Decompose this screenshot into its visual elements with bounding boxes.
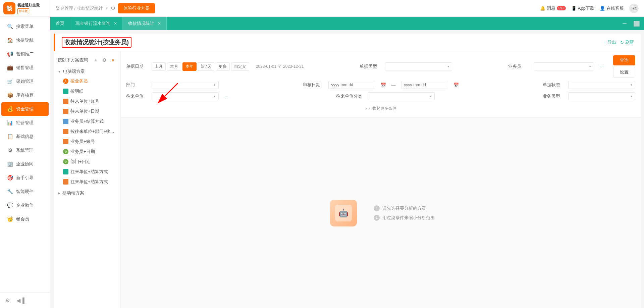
scheme-partner-date[interactable]: 往来单位+日期 xyxy=(54,106,120,116)
scheme-salesman-account[interactable]: 业务员+账号 xyxy=(54,137,120,147)
doc-status-select[interactable] xyxy=(568,81,635,89)
search-icon: 🔍 xyxy=(7,23,13,30)
trial-button[interactable]: 体验行业方案 xyxy=(118,3,155,13)
partner-label: 往来单位 xyxy=(126,93,146,99)
date-prev-month[interactable]: 上月 xyxy=(152,62,166,71)
topbar-left: 资金管理 / 收款情况统计 ▾ ⚙ 体验行业方案 xyxy=(56,3,536,13)
partner-category-select[interactable] xyxy=(368,92,435,100)
review-date-from[interactable] xyxy=(328,81,375,89)
sidebar-item-inventory[interactable]: 📦 库存核算 xyxy=(1,89,49,102)
doc-type-select[interactable] xyxy=(385,62,452,70)
logo-text: 畅捷通好生意 标准版 xyxy=(17,3,40,14)
date-this-year[interactable]: 本年 xyxy=(182,62,197,71)
scheme-salesman-settle[interactable]: 业务员+结算方式 xyxy=(54,116,120,126)
download-icon: 📱 xyxy=(571,6,577,11)
main-content: 按以下方案查询 + ⚙ « ▼ 电脑端方案 人 xyxy=(54,51,641,308)
query-button[interactable]: 查询 xyxy=(613,55,635,65)
system-icon: ⚙ xyxy=(7,147,13,154)
sidebar-item-purchase[interactable]: 🛒 采购管理 xyxy=(1,75,49,88)
inventory-icon: 📦 xyxy=(7,92,13,99)
scheme-partner-settle1[interactable]: 往来单位+结算方式 xyxy=(54,167,120,177)
scheme-collapse-btn[interactable]: « xyxy=(110,57,116,63)
sidebar-item-search[interactable]: 🔍 搜索菜单 xyxy=(1,20,49,33)
refresh-btn[interactable]: ↻ 刷新 xyxy=(620,39,634,45)
partner-select[interactable] xyxy=(152,92,219,100)
tab-collect[interactable]: 收款情况统计 ✕ xyxy=(123,17,167,30)
partner-more-btn[interactable]: ··· xyxy=(225,94,228,99)
sidebar-item-sales[interactable]: 💼 销售管理 xyxy=(1,61,49,74)
collapse-btn[interactable]: ∧∧ 收起更多条件 xyxy=(363,104,398,113)
scheme-partner-account[interactable]: 往来单位+账号 xyxy=(54,96,120,106)
tab-maximize-btn[interactable]: ⬜ xyxy=(632,19,641,28)
corp-icon: 🏢 xyxy=(7,161,13,167)
tab-bank-close[interactable]: ✕ xyxy=(114,21,117,26)
doc-type-label: 单据类型 xyxy=(360,63,380,69)
sidebar-item-marketing[interactable]: 📢 营销推广 xyxy=(1,47,49,61)
sidebar-settings-btn[interactable]: ⚙ xyxy=(3,295,13,305)
step1-num: 1 xyxy=(374,205,380,211)
scheme-partner-settle2[interactable]: 往来单位+结算方式 xyxy=(54,177,120,187)
calendar-from-icon[interactable]: 📅 xyxy=(381,83,386,88)
scheme-group-desktop-header[interactable]: ▼ 电脑端方案 xyxy=(54,67,120,76)
review-date-to[interactable] xyxy=(401,81,448,89)
sidebar-item-finance[interactable]: 💰 资金管理 xyxy=(1,102,49,116)
online-service-btn[interactable]: 👤 在线客服 xyxy=(600,5,624,11)
dept-select[interactable] xyxy=(152,81,219,89)
sidebar-item-quicknav[interactable]: 🏠 快捷导航 xyxy=(1,34,49,47)
empty-step-2: 2 用过滤条件来缩小分析范围 xyxy=(374,215,435,221)
partner-category-label: 往来单位分类 xyxy=(336,93,362,99)
scheme-by-detail[interactable]: 按明细 xyxy=(54,86,120,96)
review-date-label: 审核日期 xyxy=(303,82,323,88)
scheme-group-mobile-header[interactable]: ▶ 移动端方案 xyxy=(54,188,120,198)
sidebar-item-hardware[interactable]: 🔧 智能硬件 xyxy=(1,185,49,198)
salesman-more-btn[interactable]: ··· xyxy=(600,64,604,69)
content-wrapper: 收款情况统计(按业务员) ↑ 导出 ↻ 刷新 按以下方案查询 xyxy=(50,30,644,308)
guide-icon: 🎯 xyxy=(7,174,13,181)
date-dash: — xyxy=(391,83,396,88)
business-type-select[interactable] xyxy=(568,92,635,100)
tab-collect-close[interactable]: ✕ xyxy=(158,21,161,26)
date-more[interactable]: 更多 xyxy=(216,62,230,71)
app-download-btn[interactable]: 📱 App下载 xyxy=(571,5,594,11)
dept-select-wrap xyxy=(152,81,219,89)
date-from: 2023-01-01 xyxy=(256,64,276,69)
salesman-select[interactable] xyxy=(534,62,594,70)
sidebar-item-basic[interactable]: 📋 基础信息 xyxy=(1,130,49,143)
filter-area: 单据日期 上月 本月 本年 近7天 更多 自定义 2023-01-01 至 xyxy=(121,51,641,118)
sidebar-bottom: ⚙ ◀▐ xyxy=(0,292,50,308)
date-label: 单据日期 xyxy=(126,63,146,69)
notification-btn[interactable]: 🔔 消息 99+ xyxy=(540,5,566,11)
tab-bank[interactable]: 现金银行流水查询 ✕ xyxy=(70,17,123,30)
export-btn[interactable]: ↑ 导出 xyxy=(604,39,616,45)
tab-home[interactable]: 首页 xyxy=(50,17,70,30)
date-this-month[interactable]: 本月 xyxy=(167,62,181,71)
page-title: 收款情况统计(按业务员) xyxy=(64,39,129,46)
partner-select-wrap xyxy=(152,92,219,100)
sidebar-item-corp[interactable]: 🏢 企业协同 xyxy=(1,157,49,171)
sidebar-item-wechat[interactable]: 💬 企业微信 xyxy=(1,199,49,212)
scheme-dept-date[interactable]: ⊙ 部门+日期 xyxy=(54,157,120,167)
topbar-right: 🔔 消息 99+ 📱 App下载 👤 在线客服 Rit xyxy=(540,4,639,13)
topbar-settings-icon[interactable]: ⚙ xyxy=(111,5,115,11)
date-last7[interactable]: 近7天 xyxy=(198,62,214,71)
marketing-icon: 📢 xyxy=(7,51,13,57)
add-scheme-btn[interactable]: + xyxy=(92,57,99,63)
scheme-salesman-date[interactable]: ⊙ 业务员+日期 xyxy=(54,147,120,157)
scheme-settings-btn[interactable]: ⚙ xyxy=(101,57,108,63)
date-custom[interactable]: 自定义 xyxy=(231,62,249,71)
date-to: 2023-12-31 xyxy=(283,64,304,69)
tab-minimize-btn[interactable]: ─ xyxy=(620,19,629,28)
sidebar-collapse-btn[interactable]: ◀▐ xyxy=(15,295,25,305)
calendar-to-icon[interactable]: 📅 xyxy=(453,83,459,88)
tab-home-label: 首页 xyxy=(56,20,64,27)
sidebar-item-operation[interactable]: 📊 经营管理 xyxy=(1,116,49,130)
user-avatar[interactable]: Rit xyxy=(629,4,639,13)
scheme-icon-detail xyxy=(63,89,68,94)
scheme-partner-dept[interactable]: 按往来单位+部门+收... xyxy=(54,126,120,137)
setup-button[interactable]: 设置 xyxy=(613,67,635,78)
sidebar-item-member[interactable]: 👑 畅会员 xyxy=(1,212,49,226)
sidebar-item-system[interactable]: ⚙ 系统管理 xyxy=(1,144,49,157)
breadcrumb: 资金管理 / 收款情况统计 xyxy=(56,5,103,11)
scheme-by-salesman[interactable]: 人 按业务员 xyxy=(54,76,120,86)
sidebar-item-guide[interactable]: 🎯 新手引导 xyxy=(1,171,49,185)
